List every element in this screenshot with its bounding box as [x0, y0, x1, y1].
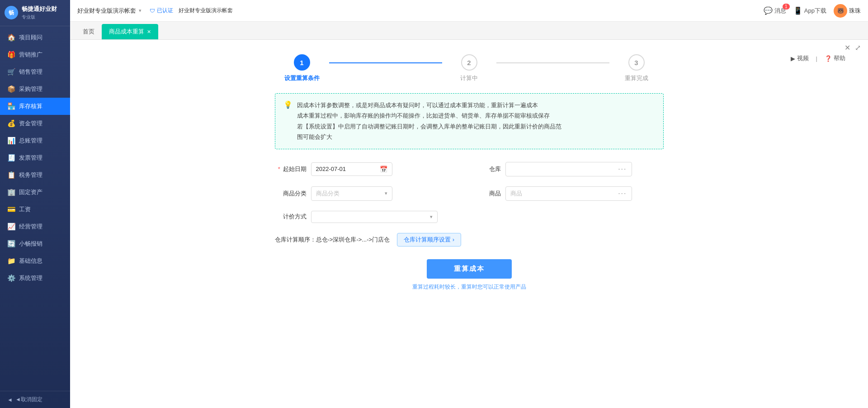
nav-label-tax: 税务管理 — [19, 171, 42, 179]
goods-ellipsis-icon: ··· — [618, 190, 627, 198]
sidebar-item-ops[interactable]: 📈经营管理 — [0, 218, 70, 235]
recalc-area: 重算成本 重算过程耗时较长，重算时您可以正常使用产品 — [275, 259, 664, 291]
close-window-button[interactable]: ✕ — [844, 43, 850, 52]
sidebar-footer[interactable]: ◄ ◄取消固定 — [0, 391, 70, 408]
sidebar-item-finance[interactable]: 💰资金管理 — [0, 115, 70, 132]
help-label: 帮助 — [834, 54, 845, 62]
nav-label-assets: 固定资产 — [19, 188, 42, 196]
form-col-goods: 商品 商品 ··· — [469, 186, 664, 201]
tab-close-icon[interactable]: ✕ — [147, 29, 151, 35]
sidebar-edition: 专业版 — [22, 14, 57, 20]
nav-label-payroll: 工资 — [19, 205, 31, 213]
nav-icon-base: 📁 — [7, 257, 15, 265]
sidebar-item-assets[interactable]: 🏢固定资产 — [0, 184, 70, 201]
step-connector-1 — [329, 62, 442, 63]
sidebar-header: 畅 畅捷通好业财 专业版 — [0, 0, 70, 26]
nav-icon-accounting: 📊 — [7, 137, 15, 145]
category-label: 商品分类 — [275, 190, 307, 198]
sidebar-item-system[interactable]: ⚙️系统管理 — [0, 270, 70, 287]
nav-icon-tax: 📋 — [7, 171, 15, 179]
shield-icon: 🛡 — [150, 8, 155, 14]
app-label: App下载 — [804, 7, 826, 15]
expand-window-button[interactable]: ⤢ — [855, 43, 861, 52]
account-chevron-icon: ▾ — [139, 8, 142, 14]
help-link[interactable]: ❓ 帮助 — [825, 54, 845, 62]
form-col-pricing: 计价方式 ▾ — [275, 211, 469, 223]
steps-row: 1 设置重算条件 2 计算中 3 重算完成 — [275, 51, 664, 82]
nav-icon-project: 🏠 — [7, 33, 15, 42]
nav-label-invoice: 发票管理 — [19, 154, 42, 162]
video-label: 视频 — [797, 54, 809, 62]
nav-label-sales: 销售管理 — [19, 68, 42, 76]
warehouse-label: 仓库 — [469, 165, 501, 173]
step-3-circle: 3 — [628, 54, 645, 71]
step-2-label: 计算中 — [460, 74, 478, 82]
unpin-label: ◄取消固定 — [15, 396, 42, 403]
tab-home-label: 首页 — [83, 28, 94, 36]
sidebar-item-payroll[interactable]: 💳工资 — [0, 201, 70, 218]
warehouse-input[interactable]: ··· — [505, 162, 632, 176]
nav-icon-ops: 📈 — [7, 223, 15, 231]
pricing-chevron-icon: ▾ — [430, 214, 433, 220]
info-line-4: 围可能会扩大 — [297, 132, 561, 142]
warehouse-order-btn[interactable]: 仓库计算顺序设置 › — [397, 233, 461, 247]
sidebar-item-accounting[interactable]: 📊总账管理 — [0, 132, 70, 149]
user-name: 珠珠 — [849, 7, 861, 15]
nav-label-inventory: 库存核算 — [19, 102, 42, 110]
message-icon: 💬 — [764, 6, 773, 15]
message-button[interactable]: 💬 消息 1 — [764, 6, 786, 15]
topbar-right: 💬 消息 1 📱 App下载 🐻 珠珠 — [764, 4, 861, 18]
goods-input[interactable]: 商品 ··· — [505, 186, 632, 201]
app-download-button[interactable]: 📱 App下载 — [793, 6, 826, 15]
tab-home[interactable]: 首页 — [75, 24, 102, 39]
sidebar-item-invoice[interactable]: 🧾发票管理 — [0, 149, 70, 166]
pricing-select[interactable]: ▾ — [311, 211, 438, 223]
sidebar-nav: 🏠项目顾问🎁营销推广🛒销售管理📦采购管理🏪库存核算💰资金管理📊总账管理🧾发票管理… — [0, 26, 70, 391]
video-icon: ▶ — [791, 55, 795, 62]
nav-icon-purchase: 📦 — [7, 85, 15, 93]
tab-recalc[interactable]: 商品成本重算 ✕ — [102, 24, 158, 39]
required-star: * — [278, 166, 280, 172]
form-col-category: 商品分类 商品分类 ▾ — [275, 186, 469, 201]
step-1-circle: 1 — [294, 54, 310, 71]
category-placeholder: 商品分类 — [316, 190, 340, 198]
sidebar-item-tax[interactable]: 📋税务管理 — [0, 166, 70, 184]
step-2-circle: 2 — [461, 54, 477, 71]
tabs-bar: 首页 商品成本重算 ✕ — [70, 22, 868, 40]
user-avatar-area[interactable]: 🐻 珠珠 — [834, 4, 861, 18]
content-area: ✕ ⤢ ▶ 视频 | ❓ 帮助 1 设置重算条件 — [70, 40, 868, 408]
recalc-button[interactable]: 重算成本 — [427, 259, 512, 279]
step-connector-2 — [496, 62, 609, 63]
sidebar-brand-block: 畅捷通好业财 专业版 — [22, 5, 57, 20]
nav-label-project: 项目顾问 — [19, 33, 42, 42]
tab-recalc-label: 商品成本重算 — [109, 28, 144, 36]
category-select[interactable]: 商品分类 ▾ — [311, 186, 392, 201]
topbar-account[interactable]: 好业财专业版演示帐套 ▾ — [77, 7, 142, 15]
recalc-btn-label: 重算成本 — [454, 265, 485, 272]
category-chevron-icon: ▾ — [385, 190, 387, 196]
nav-icon-payroll: 💳 — [7, 205, 15, 213]
window-controls: ✕ ⤢ — [844, 43, 861, 52]
warehouse-order-btn-label: 仓库计算顺序设置 › — [404, 236, 454, 244]
step-3-num: 3 — [634, 59, 638, 66]
sidebar-item-inventory[interactable]: 🏪库存核算 — [0, 98, 70, 115]
start-date-label: * 起始日期 — [275, 165, 307, 173]
info-line-1: 因成本计算参数调整，或是对商品成本有疑问时，可以通过成本重算功能，重新计算一遍成… — [297, 100, 561, 110]
start-date-input[interactable]: 2022-07-01 📅 — [311, 162, 392, 176]
sidebar-item-sales[interactable]: 🛒销售管理 — [0, 63, 70, 81]
form-area: * 起始日期 2022-07-01 📅 仓库 ··· — [275, 162, 664, 291]
nav-label-ops: 经营管理 — [19, 223, 42, 231]
video-link[interactable]: ▶ 视频 — [791, 54, 809, 62]
account-name: 好业财专业版演示帐套 — [77, 7, 136, 15]
sidebar: 畅 畅捷通好业财 专业版 🏠项目顾问🎁营销推广🛒销售管理📦采购管理🏪库存核算💰资… — [0, 0, 70, 408]
nav-label-marketing: 营销推广 — [19, 51, 42, 59]
nav-icon-finance: 💰 — [7, 119, 15, 128]
sidebar-item-marketing[interactable]: 🎁营销推广 — [0, 46, 70, 63]
sidebar-item-base[interactable]: 📁基础信息 — [0, 252, 70, 270]
sidebar-item-purchase[interactable]: 📦采购管理 — [0, 81, 70, 98]
step-3-label: 重算完成 — [625, 74, 648, 82]
sidebar-item-project[interactable]: 🏠项目顾问 — [0, 29, 70, 46]
sidebar-item-expense[interactable]: 🔄小畅报销 — [0, 235, 70, 252]
step-3: 3 重算完成 — [609, 54, 664, 82]
goods-placeholder: 商品 — [510, 190, 618, 198]
